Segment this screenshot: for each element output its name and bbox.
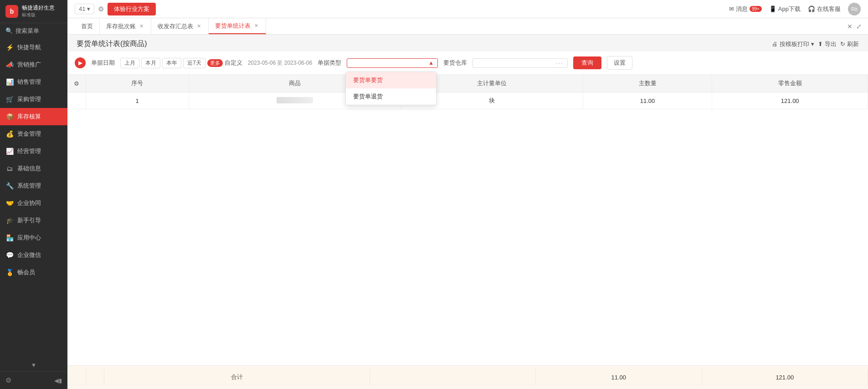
dropdown-item-deliver[interactable]: 要货单要货 [346, 72, 436, 88]
type-text-input[interactable] [351, 60, 428, 67]
sidebar-item-quick-nav[interactable]: ⚡ 快捷导航 [0, 39, 67, 56]
sidebar-logo: b 畅捷通好生意 标准版 [0, 0, 67, 23]
operation-icon: 📈 [5, 147, 14, 155]
type-input[interactable]: ▲ [347, 58, 438, 68]
col-qty: 主数量 [583, 75, 712, 92]
appstore-icon: 🏪 [5, 234, 14, 242]
export-btn[interactable]: ⬆ 导出 [818, 40, 837, 48]
app-download-btn[interactable]: 📱 App下载 [769, 5, 801, 13]
sidebar: b 畅捷通好生意 标准版 🔍 搜索菜单 ⚡ 快捷导航 📣 营销推广 📊 销售管理… [0, 0, 67, 389]
logo-icon: b [5, 5, 18, 18]
sidebar-bottom: ⚙ ◀▮ [0, 371, 67, 389]
chevron-down-icon: ▾ [87, 5, 90, 12]
collapse-sidebar-btn[interactable]: ◀▮ [54, 377, 62, 384]
topbar: 41 ▾ ⚙ 体验行业方案 ✉ 消息 99+ 📱 App下载 🎧 在线客服 Ri… [67, 0, 868, 18]
footer-no-spacer [86, 369, 104, 385]
company-selector[interactable]: 41 ▾ [75, 4, 94, 14]
purchase-icon: 🛒 [5, 95, 14, 103]
filter-expand-btn[interactable]: ▶ [75, 57, 86, 68]
sidebar-item-inventory[interactable]: 📦 库存核算 [0, 108, 67, 125]
tab-actions: ✕ ⤢ [845, 18, 868, 34]
more-filters-icon[interactable]: ··· [556, 60, 564, 67]
search-icon: 🔍 [5, 27, 13, 34]
sidebar-item-purchase[interactable]: 🛒 采购管理 [0, 91, 67, 108]
refresh-btn[interactable]: ↻ 刷新 [840, 40, 859, 48]
print-btn[interactable]: 🖨 按模板打印 ▾ [772, 40, 814, 48]
cell-settings [67, 92, 86, 109]
tab-order-stat[interactable]: 要货单统计表 ✕ [209, 18, 266, 34]
basics-icon: 🗂 [5, 164, 14, 173]
settings-icon[interactable]: ⚙ [5, 376, 11, 384]
trial-btn[interactable]: 体验行业方案 [108, 3, 156, 15]
tab-close-collect[interactable]: ✕ [196, 23, 202, 30]
sidebar-item-appstore[interactable]: 🏪 应用中心 [0, 229, 67, 246]
tab-batch[interactable]: 库存批次账 ✕ [100, 18, 151, 34]
warehouse-text-input[interactable] [477, 60, 553, 67]
date-range: 2023-05-06 至 2023-06-06 [248, 59, 312, 67]
messages-btn[interactable]: ✉ 消息 99+ [729, 5, 762, 13]
tab-home[interactable]: 首页 [75, 18, 100, 34]
tab-close-batch[interactable]: ✕ [139, 23, 144, 30]
topbar-right: ✉ 消息 99+ 📱 App下载 🎧 在线客服 Rit [729, 3, 861, 15]
search-menu[interactable]: 🔍 搜索菜单 [0, 23, 67, 39]
date-more-badge[interactable]: 更多 [207, 59, 223, 67]
sidebar-item-basics[interactable]: 🗂 基础信息 [0, 160, 67, 177]
avatar[interactable]: Rit [848, 3, 861, 15]
sidebar-item-sales[interactable]: 📊 销售管理 [0, 73, 67, 91]
topbar-gear-icon[interactable]: ⚙ [98, 5, 104, 13]
table-header-row: ⚙ 序号 商品 主计量单位 主数量 零售金额 [67, 75, 868, 92]
table-row: 1 块 11.00 121.00 [67, 92, 868, 109]
page-actions: 🖨 按模板打印 ▾ ⬆ 导出 ↻ 刷新 [772, 40, 859, 48]
warehouse-input[interactable]: ··· [473, 58, 568, 68]
type-label: 单据类型 [318, 59, 341, 67]
date-custom-btn[interactable]: 自定义 [225, 59, 242, 67]
sidebar-item-marketing[interactable]: 📣 营销推广 [0, 56, 67, 73]
main-content: 41 ▾ ⚙ 体验行业方案 ✉ 消息 99+ 📱 App下载 🎧 在线客服 Ri… [67, 0, 868, 389]
settings-btn[interactable]: 设置 [607, 56, 632, 70]
tab-collect[interactable]: 收发存汇总表 ✕ [151, 18, 209, 34]
marketing-icon: 📣 [5, 61, 14, 69]
topbar-left: 41 ▾ ⚙ 体验行业方案 [75, 3, 724, 15]
dropdown-item-return[interactable]: 要货单退货 [346, 88, 436, 105]
query-btn[interactable]: 查询 [573, 56, 601, 69]
date-options: 上月 本月 本年 近7天 更多 自定义 [120, 58, 242, 68]
footer-qty: 11.00 [536, 369, 702, 385]
col-amount: 零售金额 [712, 75, 868, 92]
sidebar-nav: ⚡ 快捷导航 📣 营销推广 📊 销售管理 🛒 采购管理 📦 库存核算 💰 资金管… [0, 39, 67, 359]
table-container: ⚙ 序号 商品 主计量单位 主数量 零售金额 1 块 11.00 [67, 75, 868, 365]
members-icon: 🏅 [5, 268, 14, 276]
app-icon: 📱 [769, 5, 776, 12]
chevron-up-icon[interactable]: ▲ [428, 60, 434, 66]
sidebar-item-finance[interactable]: 💰 资金管理 [0, 125, 67, 143]
quick-nav-icon: ⚡ [5, 43, 14, 51]
refresh-icon: ↻ [840, 41, 845, 47]
cell-no: 1 [86, 92, 189, 109]
tab-close-order-stat[interactable]: ✕ [253, 22, 259, 29]
col-settings[interactable]: ⚙ [67, 75, 86, 92]
footer-unit-spacer [370, 369, 535, 385]
date-btn-this-month[interactable]: 本月 [141, 58, 160, 68]
guide-icon: 🎓 [5, 216, 14, 225]
sidebar-item-guide[interactable]: 🎓 新手引导 [0, 212, 67, 229]
sidebar-item-wechat[interactable]: 💬 企业微信 [0, 246, 67, 264]
sidebar-item-operation[interactable]: 📈 经营管理 [0, 143, 67, 160]
date-btn-this-year[interactable]: 本年 [162, 58, 181, 68]
sidebar-item-system[interactable]: 🔧 系统管理 [0, 177, 67, 194]
message-badge: 99+ [750, 6, 762, 12]
warehouse-label: 要货仓库 [443, 59, 467, 67]
enterprise-icon: 🤝 [5, 199, 14, 207]
sidebar-scroll-down[interactable]: ▼ [0, 359, 67, 371]
date-btn-last-month[interactable]: 上月 [120, 58, 139, 68]
col-no: 序号 [86, 75, 189, 92]
online-service-btn[interactable]: 🎧 在线客服 [808, 5, 841, 13]
date-btn-7days[interactable]: 近7天 [183, 58, 205, 68]
sidebar-item-members[interactable]: 🏅 畅会员 [0, 264, 67, 281]
cell-amount: 121.00 [712, 92, 868, 109]
logo-sub: 标准版 [22, 12, 55, 18]
sidebar-item-enterprise[interactable]: 🤝 企业协同 [0, 194, 67, 212]
page-title: 要货单统计表(按商品) [77, 39, 147, 49]
tab-expand-btn[interactable]: ⤢ [854, 23, 863, 30]
finance-icon: 💰 [5, 130, 14, 138]
wechat-icon: 💬 [5, 251, 14, 259]
tab-close-all-btn[interactable]: ✕ [845, 23, 854, 30]
